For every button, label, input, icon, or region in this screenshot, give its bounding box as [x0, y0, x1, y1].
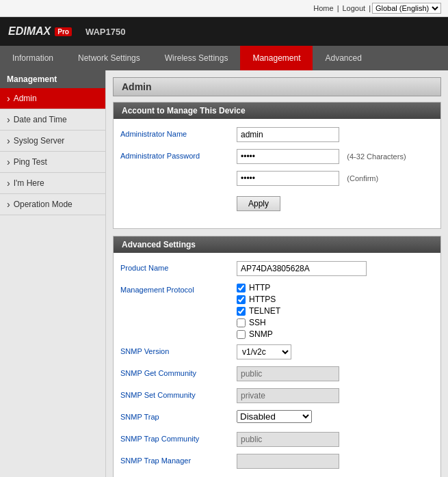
protocol-http-label: HTTP	[249, 283, 270, 292]
admin-confirm-input[interactable]	[237, 171, 339, 186]
advanced-section-header: Advanced Settings	[114, 236, 440, 253]
logo-edimax: EDIMAX	[8, 25, 51, 38]
admin-confirm-row: (Confirm)	[120, 171, 434, 187]
snmp-trap-community-control	[237, 432, 434, 447]
admin-password-control: (4-32 Characters)	[237, 149, 434, 164]
logo-bar: EDIMAX Pro WAP1750	[0, 17, 448, 46]
product-name-control	[237, 261, 434, 276]
nav-advanced[interactable]: Advanced	[313, 46, 373, 70]
admin-password-input[interactable]	[237, 149, 339, 164]
admin-password-row: Administrator Password (4-32 Characters)	[120, 149, 434, 165]
logout-link[interactable]: Logout	[342, 4, 365, 12]
snmp-trap-row: SNMP Trap Disabled Enabled	[120, 410, 434, 426]
protocol-ssh-row: SSH	[237, 318, 434, 327]
admin-name-control	[237, 127, 434, 142]
admin-confirm-control: (Confirm)	[237, 171, 434, 186]
page-title: Admin	[113, 77, 441, 96]
account-section-header: Account to Manage This Device	[114, 103, 440, 119]
content-area: Admin Account to Manage This Device Admi…	[106, 70, 448, 477]
password-hint: (4-32 Characters)	[347, 152, 406, 161]
protocol-telnet-label: TELNET	[249, 306, 280, 316]
advanced-form: Product Name Management Protocol HTTP	[114, 253, 440, 477]
snmp-trap-manager-row: SNMP Trap Manager	[120, 454, 434, 470]
snmp-trap-manager-input[interactable]	[237, 454, 339, 469]
snmp-get-control	[237, 366, 434, 381]
snmp-version-row: SNMP Version v1/v2c v3	[120, 344, 434, 361]
nav-wireless-settings[interactable]: Wireless Settings	[153, 46, 241, 70]
protocol-snmp-checkbox[interactable]	[237, 330, 246, 339]
snmp-trap-manager-control	[237, 454, 434, 469]
admin-name-label: Administrator Name	[120, 127, 237, 138]
snmp-set-row: SNMP Set Community	[120, 388, 434, 405]
snmp-get-label: SNMP Get Community	[120, 366, 237, 377]
sidebar-item-ping[interactable]: Ping Test	[0, 152, 105, 173]
account-apply-button[interactable]: Apply	[237, 196, 280, 211]
sidebar-item-admin[interactable]: Admin	[0, 88, 105, 109]
sidebar-item-syslog[interactable]: Syslog Server	[0, 131, 105, 152]
logo: EDIMAX Pro	[8, 25, 72, 38]
snmp-version-select[interactable]: v1/v2c v3	[237, 344, 291, 359]
account-apply-row: Apply	[120, 193, 434, 215]
protocol-https-label: HTTPS	[249, 295, 276, 304]
nav-bar: Information Network Settings Wireless Se…	[0, 46, 448, 70]
product-name-input[interactable]	[237, 261, 367, 276]
protocol-snmp-label: SNMP	[249, 329, 273, 339]
snmp-trap-community-label: SNMP Trap Community	[120, 432, 237, 443]
snmp-set-control	[237, 388, 434, 403]
sidebar-header: Management	[0, 70, 105, 88]
account-section: Account to Manage This Device Administra…	[113, 102, 441, 229]
snmp-trap-select[interactable]: Disabled Enabled	[237, 410, 312, 423]
snmp-trap-label: SNMP Trap	[120, 410, 237, 421]
mgmt-protocol-control: HTTP HTTPS TELNET SSH	[237, 283, 434, 339]
main-layout: Management Admin Date and Time Syslog Se…	[0, 70, 448, 477]
nav-information[interactable]: Information	[0, 46, 66, 70]
protocol-ssh-checkbox[interactable]	[237, 318, 246, 327]
admin-name-input[interactable]	[237, 127, 339, 142]
logo-pro-badge: Pro	[55, 27, 72, 36]
protocol-https-checkbox[interactable]	[237, 295, 246, 304]
snmp-version-label: SNMP Version	[120, 344, 237, 355]
top-bar: Home | Logout | Global (English)	[0, 0, 448, 17]
snmp-trap-control: Disabled Enabled	[237, 410, 434, 423]
snmp-get-input[interactable]	[237, 366, 339, 381]
home-link[interactable]: Home	[313, 4, 333, 12]
snmp-version-control: v1/v2c v3	[237, 344, 434, 359]
snmp-get-row: SNMP Get Community	[120, 366, 434, 383]
region-select[interactable]: Global (English)	[372, 3, 441, 14]
sidebar-item-imhere[interactable]: I'm Here	[0, 173, 105, 194]
sidebar-item-date-time[interactable]: Date and Time	[0, 109, 105, 131]
mgmt-protocol-label: Management Protocol	[120, 283, 237, 294]
nav-management[interactable]: Management	[240, 46, 313, 70]
protocol-snmp-row: SNMP	[237, 329, 434, 339]
protocol-http-row: HTTP	[237, 283, 434, 292]
product-name-row: Product Name	[120, 261, 434, 277]
snmp-trap-manager-label: SNMP Trap Manager	[120, 454, 237, 465]
admin-confirm-label-spacer	[120, 171, 237, 174]
confirm-hint: (Confirm)	[347, 174, 378, 182]
advanced-section: Advanced Settings Product Name Managemen…	[113, 236, 441, 477]
admin-password-label: Administrator Password	[120, 149, 237, 160]
protocol-https-row: HTTPS	[237, 295, 434, 304]
protocol-telnet-checkbox[interactable]	[237, 307, 246, 316]
snmp-trap-community-input[interactable]	[237, 432, 339, 447]
snmp-set-input[interactable]	[237, 388, 339, 403]
mgmt-protocol-row: Management Protocol HTTP HTTPS TELNET	[120, 283, 434, 339]
product-name: WAP1750	[85, 27, 126, 37]
product-name-label: Product Name	[120, 261, 237, 272]
nav-network-settings[interactable]: Network Settings	[66, 46, 153, 70]
protocol-ssh-label: SSH	[249, 318, 266, 327]
snmp-trap-community-row: SNMP Trap Community	[120, 432, 434, 448]
account-form: Administrator Name Administrator Passwor…	[114, 119, 440, 228]
sidebar: Management Admin Date and Time Syslog Se…	[0, 70, 106, 477]
snmp-set-label: SNMP Set Community	[120, 388, 237, 399]
admin-name-row: Administrator Name	[120, 127, 434, 144]
sidebar-item-opmode[interactable]: Operation Mode	[0, 194, 105, 215]
protocol-http-checkbox[interactable]	[237, 284, 246, 292]
protocol-telnet-row: TELNET	[237, 306, 434, 316]
